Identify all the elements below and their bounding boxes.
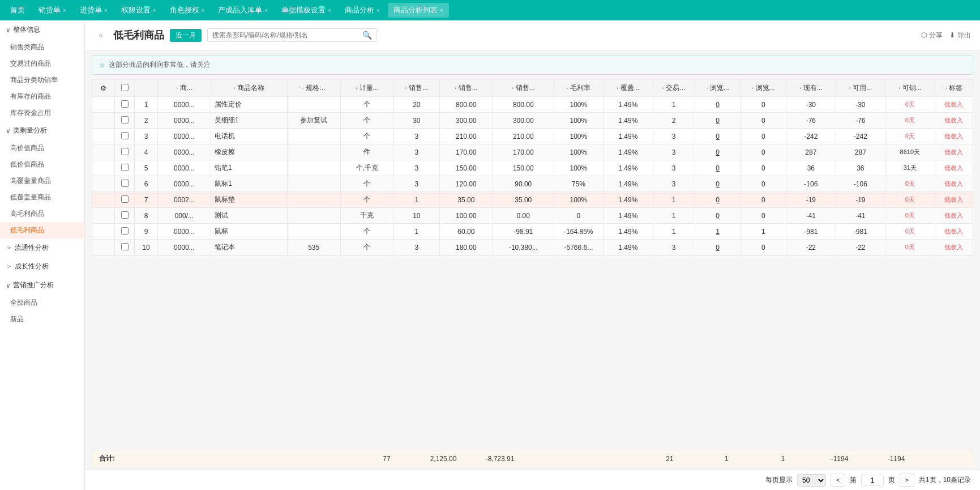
nav-close-icon[interactable]: × <box>376 7 380 14</box>
sidebar-group-marketing[interactable]: ∨ 营销推广分析 <box>0 276 84 295</box>
nav-close-icon[interactable]: × <box>440 7 443 14</box>
page-number-input[interactable] <box>861 475 884 486</box>
view1-link[interactable]: 0 <box>716 164 720 172</box>
view1-link[interactable]: 0 <box>716 196 720 204</box>
col-unit-header[interactable]: · 计量... <box>340 80 393 97</box>
view1-link[interactable]: 0 <box>716 148 720 156</box>
share-button[interactable]: ⬡ 分享 <box>921 31 943 40</box>
row-checkbox[interactable] <box>121 227 129 235</box>
row-name[interactable]: 鼠标 <box>211 224 287 240</box>
row-checkbox[interactable] <box>121 132 129 139</box>
col-sales-qty-header[interactable]: · 销售... <box>393 80 439 97</box>
nav-close-icon[interactable]: × <box>328 7 331 14</box>
row-name[interactable]: 笔记本 <box>211 240 287 255</box>
col-tag-header[interactable]: · 标签 <box>935 80 973 97</box>
search-input[interactable] <box>212 31 359 39</box>
col-setting[interactable]: ⚙ <box>92 80 115 97</box>
row-check[interactable] <box>115 240 135 255</box>
row-check[interactable] <box>115 97 135 113</box>
row-checkbox[interactable] <box>121 164 129 171</box>
view1-link[interactable]: 0 <box>716 117 720 125</box>
sidebar-item-low-margin[interactable]: 低毛利商品 <box>0 222 84 238</box>
view1-link[interactable]: 0 <box>716 244 720 252</box>
row-view1[interactable]: 0 <box>695 176 741 192</box>
view1-link[interactable]: 0 <box>716 101 720 109</box>
sidebar-item-low-coverage[interactable]: 低覆盖量商品 <box>0 189 84 206</box>
sidebar-item-high-margin[interactable]: 高毛利商品 <box>0 206 84 222</box>
row-checkbox[interactable] <box>121 243 129 250</box>
row-check[interactable] <box>115 160 135 176</box>
sidebar-item-low-value[interactable]: 低价值商品 <box>0 156 84 173</box>
row-name[interactable]: 橡皮擦 <box>211 144 287 160</box>
nav-home[interactable]: 首页 <box>5 3 31 18</box>
row-name[interactable]: 电话机 <box>211 129 287 144</box>
row-view1[interactable]: 0 <box>695 97 741 113</box>
sidebar-item-sales-goods[interactable]: 销售类商品 <box>0 39 84 56</box>
next-page-button[interactable]: ＞ <box>900 474 914 487</box>
row-checkbox[interactable] <box>121 195 129 203</box>
page-size-select[interactable]: 50 100 200 <box>797 474 826 487</box>
view1-link[interactable]: 1 <box>716 228 720 236</box>
row-name[interactable]: 属性定价 <box>211 97 287 113</box>
row-check[interactable] <box>115 129 135 144</box>
row-name[interactable]: 铅笔1 <box>211 160 287 176</box>
nav-permission[interactable]: 权限设置 × <box>115 3 162 18</box>
sidebar-item-category-rate[interactable]: 商品分类助销率 <box>0 72 84 88</box>
row-name[interactable]: 吴细细1 <box>211 113 287 129</box>
row-view1[interactable]: 0 <box>695 192 741 208</box>
nav-product-stock[interactable]: 产成品入库单 × <box>212 3 273 18</box>
col-trans-header[interactable]: · 交易... <box>653 80 695 97</box>
period-button[interactable]: 近一月 <box>170 29 202 42</box>
sidebar-item-inventory-capital[interactable]: 库存资金占用 <box>0 105 84 121</box>
col-name-header[interactable]: · 商品名称 <box>211 80 287 97</box>
row-checkbox[interactable] <box>121 148 129 155</box>
col-sellable-header[interactable]: · 可销... <box>885 80 935 97</box>
sidebar-item-all-goods[interactable]: 全部商品 <box>0 295 84 311</box>
sidebar-item-stocked-goods[interactable]: 有库存的商品 <box>0 88 84 105</box>
row-view1[interactable]: 0 <box>695 113 741 129</box>
col-current-header[interactable]: · 现有... <box>786 80 836 97</box>
sidebar-group-analysis[interactable]: ∨ 类剩量分析 <box>0 121 84 140</box>
check-all-checkbox[interactable] <box>121 84 129 91</box>
row-check[interactable] <box>115 176 135 192</box>
nav-close-icon[interactable]: × <box>153 7 156 14</box>
row-view1[interactable]: 0 <box>695 144 741 160</box>
nav-close-icon[interactable]: × <box>202 7 205 14</box>
nav-sales-order[interactable]: 销货单 × <box>33 3 72 18</box>
row-view1[interactable]: 0 <box>695 208 741 224</box>
row-view1[interactable]: 1 <box>695 224 741 240</box>
row-checkbox[interactable] <box>121 180 129 187</box>
view1-link[interactable]: 0 <box>716 133 720 140</box>
nav-close-icon[interactable]: × <box>63 7 66 14</box>
row-name[interactable]: 鼠标垫 <box>211 192 287 208</box>
col-sales-amt-header[interactable]: · 销售... <box>439 80 493 97</box>
row-check[interactable] <box>115 192 135 208</box>
row-view1[interactable]: 0 <box>695 129 741 144</box>
sidebar-item-high-coverage[interactable]: 高覆盖量商品 <box>0 173 84 189</box>
nav-role-auth[interactable]: 角色授权 × <box>164 3 211 18</box>
row-name[interactable]: 测试 <box>211 208 287 224</box>
col-view2-header[interactable]: · 浏览... <box>741 80 786 97</box>
view1-link[interactable]: 0 <box>716 212 720 220</box>
col-check-all[interactable] <box>115 80 135 97</box>
col-view1-header[interactable]: · 浏览... <box>695 80 741 97</box>
row-checkbox[interactable] <box>121 211 129 219</box>
sidebar-item-traded-goods[interactable]: 交易过的商品 <box>0 56 84 72</box>
row-checkbox[interactable] <box>121 100 129 108</box>
nav-product-analysis[interactable]: 商品分析 × <box>339 3 386 18</box>
sidebar-item-new-goods[interactable]: 新品 <box>0 311 84 327</box>
sidebar-group-circulation[interactable]: ＞ 流通性分析 <box>0 238 84 257</box>
col-code-header[interactable]: · 商... <box>157 80 211 97</box>
row-view1[interactable]: 0 <box>695 160 741 176</box>
row-check[interactable] <box>115 208 135 224</box>
col-sales-profit-header[interactable]: · 销售... <box>493 80 554 97</box>
nav-close-icon[interactable]: × <box>104 7 108 14</box>
sidebar-item-high-value[interactable]: 高价值商品 <box>0 140 84 156</box>
row-check[interactable] <box>115 224 135 240</box>
row-check[interactable] <box>115 113 135 129</box>
row-view1[interactable]: 0 <box>695 240 741 255</box>
col-coverage-header[interactable]: · 覆盖... <box>604 80 653 97</box>
view1-link[interactable]: 0 <box>716 180 720 188</box>
col-available-header[interactable]: · 可用... <box>836 80 885 97</box>
sidebar-group-growth[interactable]: ＞ 成长性分析 <box>0 257 84 276</box>
